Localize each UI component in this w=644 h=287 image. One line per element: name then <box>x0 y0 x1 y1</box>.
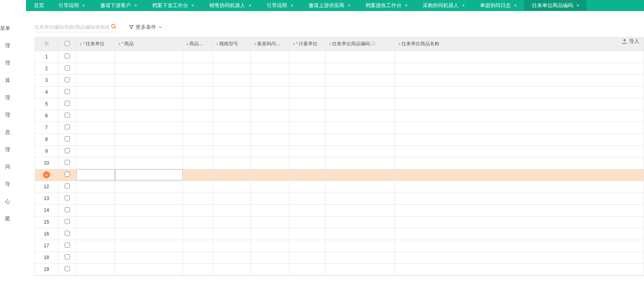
cell[interactable] <box>183 122 213 133</box>
row-checkbox[interactable] <box>65 172 70 177</box>
cell[interactable] <box>289 252 325 263</box>
cell[interactable] <box>183 133 213 145</box>
cell[interactable] <box>250 51 289 63</box>
cell[interactable] <box>325 63 395 74</box>
cell[interactable] <box>250 181 289 193</box>
tab[interactable]: 档案接收工作台× <box>358 0 415 11</box>
cell[interactable] <box>183 169 213 181</box>
cell[interactable] <box>395 145 644 157</box>
search-icon[interactable] <box>111 24 117 31</box>
select-all-checkbox[interactable] <box>65 41 70 46</box>
sidebar-item[interactable]: 匿 <box>0 210 11 228</box>
cell[interactable] <box>183 263 213 275</box>
cell[interactable] <box>115 204 183 216</box>
row-checkbox[interactable] <box>65 113 70 118</box>
sidebar-item[interactable]: 菜单 <box>0 20 11 37</box>
sort-icon[interactable]: ▲▼ <box>80 43 82 46</box>
cell[interactable] <box>213 263 250 275</box>
close-icon[interactable]: × <box>248 3 252 8</box>
cell[interactable] <box>289 98 325 110</box>
cell[interactable] <box>250 86 289 98</box>
cell[interactable] <box>325 204 395 216</box>
more-conditions-button[interactable]: 更多条件 <box>129 24 163 31</box>
gear-icon[interactable] <box>44 42 49 47</box>
cell[interactable] <box>395 122 644 133</box>
search-input[interactable] <box>35 22 118 32</box>
sidebar-item[interactable]: 算 <box>0 72 11 89</box>
sidebar-item[interactable]: 理 <box>0 54 11 72</box>
sort-icon[interactable]: ▲▼ <box>254 43 257 46</box>
sort-icon[interactable]: ▲▼ <box>186 43 189 46</box>
cell[interactable] <box>213 240 250 252</box>
cell[interactable] <box>76 169 115 181</box>
cell[interactable] <box>250 193 289 204</box>
cell[interactable] <box>289 169 325 181</box>
cell[interactable] <box>76 122 115 133</box>
tab[interactable]: 邀请上游供应商× <box>301 0 358 11</box>
column-header-c5[interactable]: ▲▼条形码/S... <box>250 37 289 51</box>
cell[interactable] <box>76 63 115 74</box>
cell[interactable] <box>395 228 644 240</box>
sort-icon[interactable]: ▲▼ <box>398 43 401 46</box>
cell[interactable] <box>289 204 325 216</box>
cell[interactable] <box>289 240 325 252</box>
cell[interactable] <box>115 98 183 110</box>
row-checkbox[interactable] <box>65 254 70 259</box>
tab[interactable]: 往来单位商品编码× <box>524 0 586 11</box>
cell[interactable] <box>289 110 325 122</box>
tab[interactable]: 采购协同机器人× <box>415 0 472 11</box>
export-button[interactable]: 导入 <box>622 38 639 45</box>
cell[interactable] <box>289 122 325 133</box>
cell[interactable] <box>250 133 289 145</box>
cell[interactable] <box>76 86 115 98</box>
cell[interactable] <box>213 145 250 157</box>
cell[interactable] <box>250 63 289 74</box>
close-icon[interactable]: × <box>461 3 466 8</box>
cell[interactable] <box>213 228 250 240</box>
cell[interactable] <box>395 63 644 74</box>
close-icon[interactable]: × <box>190 3 195 8</box>
cell[interactable] <box>213 252 250 263</box>
cell[interactable] <box>115 145 183 157</box>
cell[interactable] <box>213 169 250 181</box>
row-checkbox[interactable] <box>65 183 70 189</box>
row-checkbox[interactable] <box>65 136 70 141</box>
tab[interactable]: 首页 <box>26 0 50 11</box>
sidebar-item[interactable]: 导 <box>0 176 11 193</box>
cell[interactable] <box>325 181 395 193</box>
row-checkbox[interactable] <box>65 195 70 200</box>
cell[interactable] <box>289 228 325 240</box>
cell[interactable] <box>183 51 213 63</box>
cell[interactable] <box>395 216 644 228</box>
cell[interactable] <box>213 181 250 193</box>
cell[interactable] <box>76 145 115 157</box>
cell[interactable] <box>325 74 395 86</box>
sidebar-item[interactable]: 理 <box>0 141 11 158</box>
tab[interactable]: 单据协同日志× <box>472 0 524 11</box>
cell[interactable] <box>76 133 115 145</box>
cell[interactable] <box>115 74 183 86</box>
column-header-c1[interactable]: ▲▼*往来单位 <box>76 37 115 51</box>
cell[interactable] <box>289 263 325 275</box>
row-checkbox[interactable] <box>65 231 70 236</box>
add-row-button[interactable]: + <box>43 171 50 178</box>
cell[interactable] <box>395 133 644 145</box>
sort-icon[interactable]: ▲▼ <box>216 43 219 46</box>
cell[interactable] <box>76 240 115 252</box>
close-icon[interactable]: × <box>575 3 580 8</box>
cell[interactable] <box>115 63 183 74</box>
cell[interactable] <box>76 263 115 275</box>
cell[interactable] <box>183 228 213 240</box>
cell[interactable] <box>395 98 644 110</box>
cell[interactable] <box>183 86 213 98</box>
row-checkbox[interactable] <box>65 207 70 212</box>
cell[interactable] <box>325 169 395 181</box>
cell[interactable] <box>325 86 395 98</box>
cell[interactable] <box>250 145 289 157</box>
cell[interactable] <box>289 133 325 145</box>
cell[interactable] <box>213 193 250 204</box>
cell[interactable] <box>115 110 183 122</box>
cell[interactable] <box>183 204 213 216</box>
cell[interactable] <box>183 98 213 110</box>
cell[interactable] <box>76 181 115 193</box>
